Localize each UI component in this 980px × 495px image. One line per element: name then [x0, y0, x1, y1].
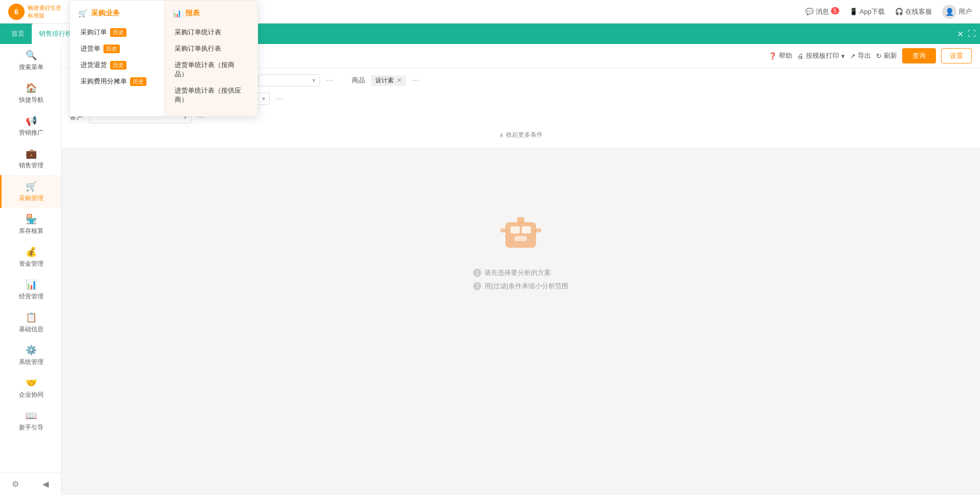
purchase-dropdown-menu: 🛒 采购业务 采购订单 历史 进货单 历史 进货退货 历史 采购费用分摊单 历史	[70, 0, 258, 117]
search-icon: 🔍	[26, 50, 37, 61]
purchase-business-title: 🛒 采购业务	[78, 9, 156, 18]
sidebar: 🔍 搜索菜单 🏠 快捷导航 📢 营销推广 💼 销售管理 🛒 采购管理 🏪 库存核…	[0, 44, 61, 495]
history-badge-0: 历史	[110, 28, 126, 37]
sidebar-collapse-button[interactable]: ◀	[31, 473, 61, 495]
report-col: 📊 报表 采购订单统计表 采购订单执行表 进货单统计表（按商品） 进货单统计表（…	[164, 1, 258, 116]
guide-icon: 📖	[26, 410, 37, 421]
sales-icon: 💼	[26, 148, 37, 159]
system-icon: ⚙️	[26, 345, 37, 356]
svg-text:6: 6	[14, 8, 18, 16]
basic-info-icon: 📋	[26, 312, 37, 323]
sidebar-item-navigation[interactable]: 🏠 快捷导航	[0, 77, 61, 110]
purchase-business-col: 🛒 采购业务 采购订单 历史 进货单 历史 进货退货 历史 采购费用分摊单 历史	[70, 1, 164, 116]
dropdown-overlay: 🛒 采购业务 采购订单 历史 进货单 历史 进货退货 历史 采购费用分摊单 历史	[61, 0, 980, 495]
purchase-icon: 🛒	[26, 181, 37, 192]
history-badge-1: 历史	[103, 45, 120, 53]
logo-area: 6 畅捷通好生意 标准版	[8, 4, 70, 20]
dropdown-item-goods-return[interactable]: 进货退货 历史	[78, 57, 156, 73]
operations-icon: 📊	[26, 279, 37, 290]
sidebar-item-inventory[interactable]: 🏪 库存核算	[0, 208, 61, 241]
sidebar-item-guide[interactable]: 📖 新手引导	[0, 404, 61, 437]
sidebar-item-sales[interactable]: 💼 销售管理	[0, 142, 61, 175]
sidebar-item-system[interactable]: ⚙️ 系统管理	[0, 339, 61, 372]
sidebar-item-purchase[interactable]: 🛒 采购管理	[0, 175, 61, 208]
sidebar-item-enterprise[interactable]: 🤝 企业协同	[0, 372, 61, 404]
inventory-icon: 🏪	[26, 213, 37, 225]
sidebar-item-finance[interactable]: 💰 资金管理	[0, 241, 61, 273]
history-badge-2: 历史	[110, 61, 126, 70]
enterprise-icon: 🤝	[26, 377, 37, 389]
dropdown-item-purchase-expense[interactable]: 采购费用分摊单 历史	[78, 73, 156, 90]
report-title: 📊 报表	[173, 9, 250, 18]
logo-icon: 6	[8, 4, 25, 20]
marketing-icon: 📢	[26, 115, 37, 126]
dropdown-item-purchase-order[interactable]: 采购订单 历史	[78, 24, 156, 40]
dropdown-item-po-stats[interactable]: 采购订单统计表	[173, 24, 250, 40]
sidebar-item-operations[interactable]: 📊 经营管理	[0, 273, 61, 306]
sidebar-item-basic-info[interactable]: 📋 基础信息	[0, 306, 61, 339]
dropdown-item-receipt-by-supplier[interactable]: 进货单统计表（按供应商）	[173, 82, 250, 108]
tab-home[interactable]: 首页	[4, 24, 32, 44]
home-icon: 🏠	[26, 82, 37, 94]
dropdown-item-po-exec[interactable]: 采购订单执行表	[173, 40, 250, 57]
sidebar-item-search[interactable]: 🔍 搜索菜单	[0, 44, 61, 77]
report-icon: 📊	[173, 9, 181, 17]
sidebar-settings-button[interactable]: ⚙	[0, 473, 31, 495]
dropdown-item-receipt-by-goods[interactable]: 进货单统计表（按商品）	[173, 57, 250, 82]
finance-icon: 💰	[26, 246, 37, 257]
history-badge-3: 历史	[130, 77, 146, 86]
logo-text: 畅捷通好生意 标准版	[28, 4, 61, 19]
sidebar-item-marketing[interactable]: 📢 营销推广	[0, 110, 61, 142]
purchase-business-icon: 🛒	[78, 9, 87, 17]
sidebar-bottom: ⚙ ◀	[0, 472, 61, 495]
dropdown-item-goods-receipt[interactable]: 进货单 历史	[78, 40, 156, 57]
